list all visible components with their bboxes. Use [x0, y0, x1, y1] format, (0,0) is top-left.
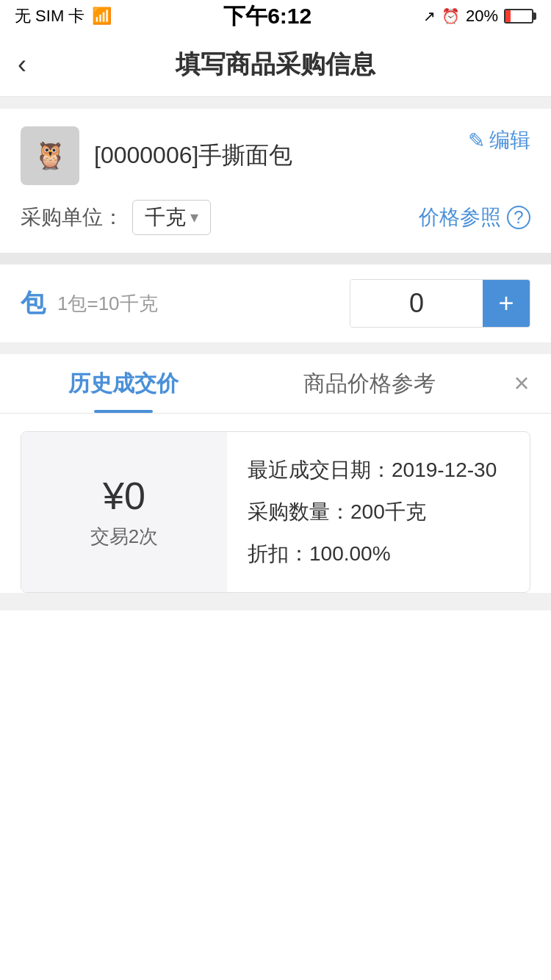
status-right: ↗ ⏰ 20%	[423, 7, 536, 26]
panel-tabs: 历史成交价 商品价格参考 ×	[0, 354, 551, 414]
wifi-icon: 📶	[92, 7, 112, 26]
quantity-row: 包 1包=10千克 +	[0, 264, 551, 342]
location-icon: ↗	[423, 7, 436, 25]
unit-select[interactable]: 千克 ▾	[132, 200, 211, 235]
unit-row: 采购单位： 千克 ▾	[21, 200, 211, 235]
price-ref-button[interactable]: 价格参照 ?	[419, 203, 530, 231]
quantity-left: 包 1包=10千克	[21, 287, 158, 320]
panel-close-button[interactable]: ×	[492, 354, 551, 413]
alarm-icon: ⏰	[442, 7, 460, 25]
product-owl-icon: 🦉	[34, 140, 67, 171]
status-time: 下午6:12	[223, 1, 311, 32]
discount-label: 折扣：	[248, 542, 309, 565]
section-divider	[0, 253, 551, 264]
page-title: 填写商品采购信息	[176, 48, 375, 82]
bottom-space	[0, 610, 551, 980]
price-ref-help-icon: ?	[507, 206, 530, 229]
tab-price-reference[interactable]: 商品价格参考	[246, 354, 492, 413]
history-card-left: ¥0 交易2次	[21, 432, 227, 592]
back-button[interactable]: ‹	[18, 49, 26, 80]
history-card: ¥0 交易2次 最近成交日期：2019-12-30 采购数量：200千克 折扣：…	[21, 431, 530, 593]
recent-date-row: 最近成交日期：2019-12-30	[248, 455, 509, 484]
edit-icon: ✎	[468, 129, 485, 153]
product-card: 🦉 [0000006]手撕面包 ✎ 编辑 采购单位： 千克 ▾ 价格参照 ?	[0, 109, 551, 253]
status-bar: 无 SIM 卡 📶 下午6:12 ↗ ⏰ 20%	[0, 0, 551, 32]
history-card-right: 最近成交日期：2019-12-30 采购数量：200千克 折扣：100.00%	[227, 432, 530, 592]
unit-value: 千克	[145, 203, 186, 231]
purchase-qty-value: 200千克	[350, 500, 426, 523]
recent-date-label: 最近成交日期：	[248, 458, 392, 481]
battery-icon	[504, 9, 536, 24]
dropdown-icon: ▾	[190, 208, 198, 227]
unit-label: 采购单位：	[21, 203, 123, 231]
tab-history-price[interactable]: 历史成交价	[0, 354, 246, 413]
status-left: 无 SIM 卡 📶	[15, 5, 112, 27]
product-header: 🦉 [0000006]手撕面包 ✎ 编辑	[21, 126, 530, 185]
discount-value: 100.00%	[309, 542, 391, 565]
package-label: 包	[21, 287, 46, 320]
price-ref-label: 价格参照	[419, 203, 501, 231]
history-count: 交易2次	[90, 524, 158, 550]
edit-button[interactable]: ✎ 编辑	[468, 126, 530, 154]
purchase-qty-row: 采购数量：200千克	[248, 497, 509, 526]
purchase-qty-label: 采购数量：	[248, 500, 350, 523]
package-hint: 1包=10千克	[57, 291, 158, 317]
sim-label: 无 SIM 卡	[15, 5, 84, 27]
battery-percent: 20%	[466, 7, 498, 26]
product-left: 🦉 [0000006]手撕面包	[21, 126, 292, 185]
quantity-input[interactable]	[350, 280, 483, 327]
price-panel: 历史成交价 商品价格参考 × ¥0 交易2次 最近成交日期：2019-12-30…	[0, 354, 551, 593]
edit-label: 编辑	[489, 126, 530, 154]
history-price: ¥0	[103, 474, 145, 518]
quantity-input-group: +	[350, 279, 530, 328]
product-name: [0000006]手撕面包	[94, 140, 292, 172]
product-thumbnail: 🦉	[21, 126, 79, 185]
quantity-plus-button[interactable]: +	[483, 280, 530, 327]
product-meta: 采购单位： 千克 ▾ 价格参照 ?	[21, 200, 530, 235]
nav-bar: ‹ 填写商品采购信息	[0, 32, 551, 97]
recent-date-value: 2019-12-30	[392, 458, 497, 481]
discount-row: 折扣：100.00%	[248, 539, 509, 568]
